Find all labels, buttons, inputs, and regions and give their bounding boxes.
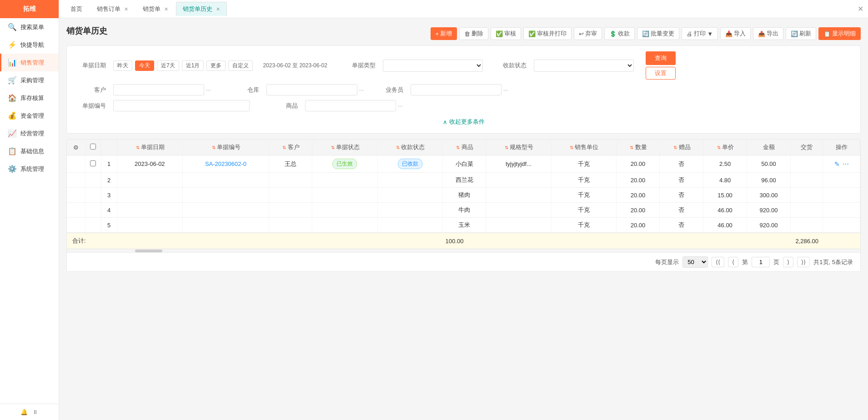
col-qty[interactable]: ⇅ 数量: [616, 140, 660, 155]
tab-close-sales-history[interactable]: ✕: [216, 6, 220, 12]
date-yesterday[interactable]: 昨天: [113, 60, 132, 71]
abandon-button[interactable]: ↩ 弃审: [574, 27, 602, 40]
print-button[interactable]: 🖨 打印 ▼: [682, 27, 718, 40]
tab-home[interactable]: 首页: [64, 2, 89, 16]
customer-input[interactable]: [113, 84, 204, 95]
sidebar-item-ops-mgmt[interactable]: 📈 经营管理: [0, 125, 59, 142]
col-unit-price[interactable]: ⇅ 单价: [703, 140, 747, 155]
batch-change-button[interactable]: 🔄 批量变更: [637, 27, 679, 40]
edit-icon[interactable]: ✎: [834, 160, 840, 168]
new-button[interactable]: + 新增: [431, 27, 457, 40]
col-goods[interactable]: ⇅ 商品: [442, 140, 486, 155]
delete-button[interactable]: 🗑 删除: [459, 27, 488, 40]
col-gift[interactable]: ⇅ 赠品: [660, 140, 703, 155]
date-more[interactable]: 更多: [206, 60, 226, 71]
sidebar-bottom-icon2[interactable]: ⏸: [32, 409, 38, 415]
collapse-button[interactable]: ∧ 收起更多条件: [74, 116, 853, 128]
cell-customer: [269, 188, 312, 203]
select-all-checkbox[interactable]: [90, 144, 96, 150]
cell-doc-no[interactable]: [183, 203, 269, 218]
query-button[interactable]: 查询: [646, 51, 676, 65]
col-payment-status[interactable]: ⇅ 收款状态: [377, 140, 442, 155]
export-button[interactable]: 📤 导出: [753, 27, 783, 40]
settings-icon[interactable]: ⚙: [73, 144, 79, 151]
col-doc-no[interactable]: ⇅ 单据编号: [183, 140, 269, 155]
salesperson-label: 业务员: [381, 86, 403, 94]
cell-check[interactable]: [85, 155, 101, 173]
sort-goods-icon: ⇅: [456, 145, 460, 150]
page-next-button[interactable]: ⟩: [783, 257, 793, 267]
tab-sales-order[interactable]: 销售订单 ✕: [90, 2, 135, 16]
warehouse-input[interactable]: [266, 84, 357, 95]
cell-qty: 20.00: [616, 155, 660, 173]
salesperson-input[interactable]: [411, 84, 502, 95]
salesperson-dots[interactable]: ···: [503, 86, 508, 93]
cell-payment-status: [377, 203, 442, 218]
warehouse-dots[interactable]: ···: [359, 86, 364, 93]
tab-close-sales-order[interactable]: ✕: [124, 6, 128, 12]
doc-no-link[interactable]: SA-20230602-0: [205, 160, 246, 167]
row-checkbox[interactable]: [90, 160, 96, 166]
cell-check[interactable]: [85, 218, 101, 233]
per-page-select[interactable]: 50 100: [682, 256, 708, 268]
sort-customer-icon: ⇅: [282, 145, 286, 150]
col-unit[interactable]: ⇅ 销售单位: [551, 140, 616, 155]
cell-unit: 千克: [551, 155, 616, 173]
tabs-close-all[interactable]: ✕: [858, 5, 863, 13]
review-button[interactable]: ✅ 审核: [491, 27, 521, 40]
date-1month[interactable]: 近1月: [182, 60, 204, 71]
page-prev-button[interactable]: ⟨: [728, 257, 738, 267]
cell-doc-no[interactable]: [183, 188, 269, 203]
review-print-button[interactable]: ✅ 审核并打印: [523, 27, 572, 40]
horizontal-scrollbar[interactable]: [67, 249, 860, 252]
tab-close-sales-goods[interactable]: ✕: [164, 6, 168, 12]
cell-check[interactable]: [85, 203, 101, 218]
page-input[interactable]: [752, 257, 770, 267]
cell-doc-no[interactable]: [183, 173, 269, 188]
payment-status-select[interactable]: [534, 60, 634, 72]
page-first-button[interactable]: ⟨⟨: [712, 257, 724, 267]
page-last-button[interactable]: ⟩⟩: [797, 257, 810, 267]
cell-payment-status: [377, 173, 442, 188]
date-today[interactable]: 今天: [135, 60, 154, 71]
cell-check[interactable]: [85, 188, 101, 203]
customer-dots[interactable]: ···: [206, 86, 211, 93]
doc-no-input[interactable]: [113, 100, 250, 111]
col-date[interactable]: ⇅ 单据日期: [117, 140, 183, 155]
set-button[interactable]: 设置: [646, 67, 676, 80]
cell-doc-no[interactable]: [183, 218, 269, 233]
batch-change-icon: 🔄: [642, 30, 649, 37]
collect-button[interactable]: 💲 收款: [604, 27, 635, 40]
import-button[interactable]: 📥 导入: [720, 27, 751, 40]
goods-dots[interactable]: ···: [398, 102, 403, 109]
sidebar-item-finance-mgmt[interactable]: 💰 资金管理: [0, 107, 59, 125]
cell-actions: [823, 203, 860, 218]
col-settings[interactable]: ⚙: [67, 140, 85, 155]
date-7days[interactable]: 近7天: [157, 60, 179, 71]
doc-type-select[interactable]: [383, 60, 483, 72]
cell-qty: 20.00: [616, 218, 660, 233]
col-spec[interactable]: ⇅ 规格型号: [486, 140, 551, 155]
show-detail-button[interactable]: 📋 显示明细: [818, 27, 861, 40]
cell-settings: [67, 218, 85, 233]
more-icon[interactable]: ⋯: [843, 160, 849, 168]
sidebar-item-purchase-mgmt[interactable]: 🛒 采购管理: [0, 71, 59, 89]
sidebar-item-inventory-calc[interactable]: 🏠 库存核算: [0, 89, 59, 107]
cell-check[interactable]: [85, 173, 101, 188]
tab-sales-goods[interactable]: 销货单 ✕: [136, 2, 175, 16]
goods-input[interactable]: [305, 100, 396, 111]
col-customer[interactable]: ⇅ 客户: [269, 140, 312, 155]
sidebar-item-sales-mgmt[interactable]: 📊 销售管理: [0, 54, 59, 71]
sidebar-item-search-menu[interactable]: 🔍 搜索菜单: [0, 18, 59, 36]
tab-sales-history[interactable]: 销货单历史 ✕: [176, 2, 227, 16]
sidebar-item-quick-nav[interactable]: ⚡ 快捷导航: [0, 36, 59, 54]
refresh-button[interactable]: 🔄 刷新: [786, 27, 816, 40]
cell-doc-no[interactable]: SA-20230602-0: [183, 155, 269, 173]
cell-amount: 50.00: [747, 155, 790, 173]
col-doc-status[interactable]: ⇅ 单据状态: [312, 140, 377, 155]
date-custom[interactable]: 自定义: [228, 60, 253, 71]
sidebar-item-system-mgmt[interactable]: ⚙️ 系统管理: [0, 160, 59, 178]
footer-total-amount: 2,286.00: [764, 238, 855, 245]
sidebar-bottom-icon1[interactable]: 🔔: [20, 409, 28, 415]
sidebar-item-basic-info[interactable]: 📋 基础信息: [0, 142, 59, 160]
